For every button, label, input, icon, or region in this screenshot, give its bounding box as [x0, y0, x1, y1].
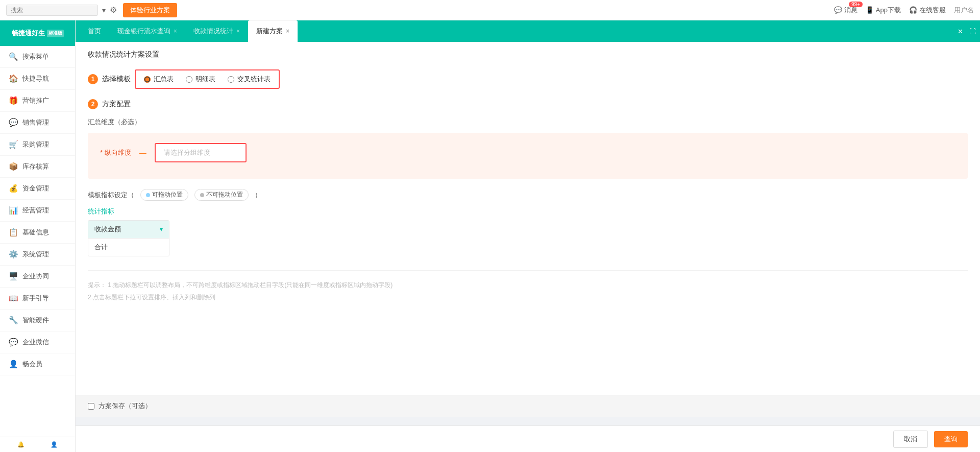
form-container: 收款情况统计方案设置 1 选择模板 汇总表 [76, 42, 980, 395]
draggable-label: 可拖动位置 [152, 191, 183, 199]
finance-icon: 💰 [8, 184, 18, 193]
sidebar-item-purchase[interactable]: 🛒 采购管理 [0, 134, 75, 156]
top-header: ▾ ⚙ 体验行业方案 💬 消息 99+ 📱 App下载 🎧 在线客服 用户名 [0, 0, 980, 20]
step2-section: 2 方案配置 汇总维度（必选） * 纵向维度 — 请选择分组维 [88, 99, 968, 312]
sidebar-item-search-menu[interactable]: 🔍 搜索菜单 [0, 46, 75, 68]
enterprise-wx-icon: 💬 [8, 338, 18, 347]
sidebar-footer: 🔔 👤 [0, 437, 75, 452]
maximize-icon[interactable]: ⛶ [969, 28, 976, 35]
radio-summary-label: 汇总表 [154, 75, 174, 84]
sidebar-item-enterprise-wx[interactable]: 💬 企业微信 [0, 331, 75, 353]
tab-home[interactable]: 首页 [80, 20, 109, 42]
search-menu-icon: 🔍 [8, 52, 18, 61]
online-service-area[interactable]: 🎧 在线客服 [909, 6, 946, 15]
step1-title: 选择模板 [102, 75, 131, 84]
sidebar-item-label: 智能硬件 [22, 316, 49, 325]
draggable-badge: 可拖动位置 [140, 189, 188, 201]
step2-header: 2 方案配置 [88, 99, 968, 109]
app-download-area[interactable]: 📱 App下载 [866, 6, 901, 15]
template-selector: 汇总表 明细表 交叉统计表 [135, 69, 280, 89]
sidebar-item-new-guide[interactable]: 📖 新手引导 [0, 288, 75, 310]
radio-detail-input[interactable] [186, 76, 192, 83]
dimension-title: 汇总维度（必选） [88, 117, 968, 127]
purchase-icon: 🛒 [8, 140, 18, 149]
version-badge: 标准版 [47, 30, 64, 37]
quick-nav-icon: 🏠 [8, 74, 18, 83]
indicator-section-label: 统计指标 [88, 207, 968, 216]
sidebar-item-label: 企业微信 [22, 338, 49, 347]
cancel-button[interactable]: 取消 [893, 431, 928, 448]
sidebar-item-basic-info[interactable]: 📋 基础信息 [0, 222, 75, 244]
member-icon: 👤 [8, 360, 18, 369]
radio-summary[interactable]: 汇总表 [144, 75, 174, 84]
sidebar-item-label: 企业协同 [22, 272, 49, 281]
close-new-plan-tab[interactable]: × [286, 28, 289, 35]
sidebar-item-finance[interactable]: 💰 资金管理 [0, 178, 75, 200]
sidebar-footer-item-1[interactable]: 🔔 [17, 441, 24, 448]
sidebar-item-enterprise[interactable]: 🖥️ 企业协同 [0, 266, 75, 288]
sidebar-item-smart-hw[interactable]: 🔧 智能硬件 [0, 310, 75, 331]
sidebar-item-system[interactable]: ⚙️ 系统管理 [0, 244, 75, 266]
search-input[interactable] [6, 5, 98, 16]
tab-home-label: 首页 [88, 27, 101, 36]
step2-title: 方案配置 [102, 100, 131, 109]
indicator-table: 收款金额 ▾ 合计 [88, 220, 169, 256]
sidebar-item-marketing[interactable]: 🎁 营销推广 [0, 90, 75, 112]
tab-bank-flow[interactable]: 现金银行流水查询 × [109, 20, 185, 42]
basic-info-icon: 📋 [8, 228, 18, 237]
foot-icon-2: 👤 [51, 441, 58, 448]
notification-area[interactable]: 💬 消息 99+ [834, 6, 857, 15]
sidebar-item-sales[interactable]: 💬 销售管理 [0, 112, 75, 134]
dimension-input[interactable]: 请选择分组维度 [155, 143, 247, 162]
close-collection-stat-tab[interactable]: × [236, 28, 240, 35]
sidebar-item-label: 采购管理 [22, 140, 49, 149]
step1-badge: 1 [88, 74, 98, 84]
sidebar-item-label: 基础信息 [22, 228, 49, 237]
inventory-icon: 📦 [8, 162, 18, 171]
radio-crosstab-input[interactable] [228, 76, 234, 83]
foot-icon-1: 🔔 [17, 441, 24, 448]
close-bank-flow-tab[interactable]: × [174, 28, 177, 35]
service-label: 在线客服 [919, 6, 946, 15]
trial-button[interactable]: 体验行业方案 [123, 3, 177, 17]
dimension-placeholder: 请选择分组维度 [164, 148, 210, 157]
tips-section: 提示： 1.拖动标题栏可以调整布局，不可跨维度或指标区域拖动栏目字段(只能在同一… [88, 270, 968, 312]
save-checkbox[interactable] [88, 403, 94, 410]
draggable-dot [146, 193, 150, 197]
radio-crosstab[interactable]: 交叉统计表 [228, 75, 271, 84]
sidebar-item-inventory[interactable]: 📦 库存核算 [0, 156, 75, 178]
radio-summary-input[interactable] [144, 76, 151, 83]
sidebar-item-operations[interactable]: 📊 经营管理 [0, 200, 75, 222]
query-button[interactable]: 查询 [934, 431, 968, 447]
indicator-chevron-icon: ▾ [160, 226, 163, 233]
tab-collection-stat[interactable]: 收款情况统计 × [185, 20, 248, 42]
radio-detail[interactable]: 明细表 [186, 75, 215, 84]
app-icon: 📱 [866, 6, 874, 14]
indicator-settings: 模板指标设定（ 可拖动位置 不可拖动位置 ） [88, 189, 968, 312]
sidebar-item-label: 库存核算 [22, 162, 49, 171]
sidebar-footer-item-2[interactable]: 👤 [51, 441, 58, 448]
radio-crosstab-label: 交叉统计表 [237, 75, 271, 84]
header-right-icons: 💬 消息 99+ 📱 App下载 🎧 在线客服 用户名 [834, 6, 974, 15]
new-guide-icon: 📖 [8, 294, 18, 303]
indicator-settings-title: 模板指标设定（ [88, 191, 134, 200]
sidebar-item-label: 快捷导航 [22, 74, 49, 83]
indicator-table-header[interactable]: 收款金额 ▾ [88, 221, 169, 239]
bottom-bar: 取消 查询 [76, 425, 980, 452]
sidebar-item-quick-nav[interactable]: 🏠 快捷导航 [0, 68, 75, 90]
indicator-column-label: 收款金额 [94, 225, 121, 234]
page-title: 收款情况统计方案设置 [88, 50, 968, 59]
step1-section: 1 选择模板 汇总表 明细表 [88, 69, 968, 89]
user-name[interactable]: 用户名 [954, 6, 974, 15]
tab-new-plan[interactable]: 新建方案 × [248, 20, 298, 42]
settings-button[interactable]: ⚙ [110, 5, 117, 15]
close-all-icon[interactable]: ✕ [958, 28, 963, 35]
dropdown-button[interactable]: ▾ [102, 6, 106, 14]
tab-collection-stat-label: 收款情况统计 [193, 27, 233, 36]
vertical-dimension-label: * 纵向维度 [100, 148, 131, 157]
sales-icon: 💬 [8, 118, 18, 127]
config-section: 汇总维度（必选） * 纵向维度 — 请选择分组维度 [88, 117, 968, 312]
save-option-area: 方案保存（可选） [76, 395, 980, 417]
sidebar-item-member[interactable]: 👤 畅会员 [0, 353, 75, 375]
page-content: 收款情况统计方案设置 1 选择模板 汇总表 [76, 42, 980, 425]
